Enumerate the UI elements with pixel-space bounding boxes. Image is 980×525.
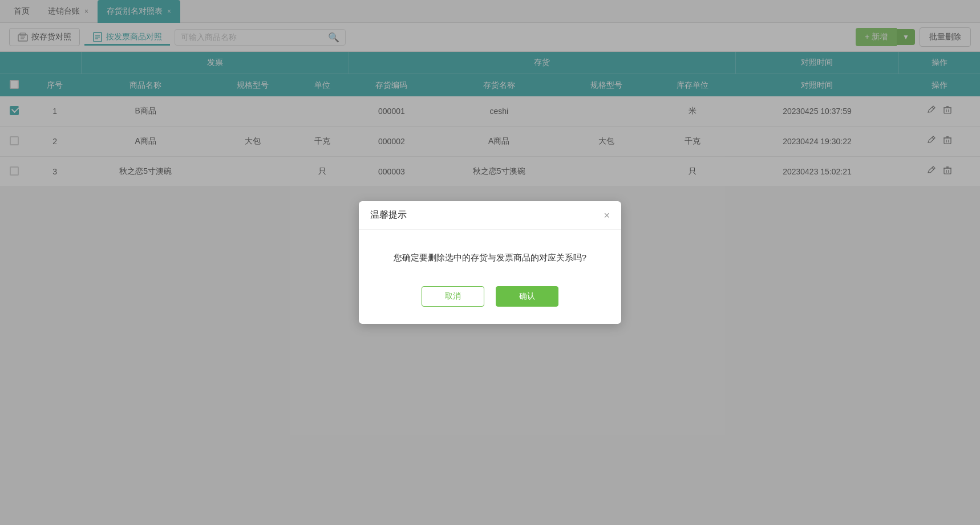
modal-overlay: 温馨提示 × 您确定要删除选中的存货与发票商品的对应关系吗? 取消 确认 (0, 0, 980, 187)
